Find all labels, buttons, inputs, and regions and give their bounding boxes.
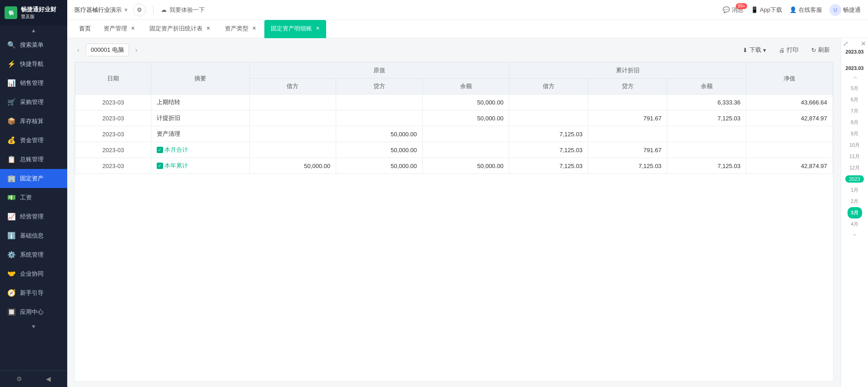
table-row: 2023-03 ✓本年累计 50,000.00 50,000.00 50,000… xyxy=(75,158,833,174)
refresh-button[interactable]: ↻ 刷新 xyxy=(808,44,833,56)
topbar-divider xyxy=(153,5,154,15)
refresh-label: 刷新 xyxy=(818,46,830,54)
logo-icon: 畅 xyxy=(5,6,17,19)
experience-label: 我要体验一下 xyxy=(169,6,205,14)
cell-net-value: 42,874.97 xyxy=(746,158,833,174)
timeline-month-11[interactable]: 11月 xyxy=(841,151,868,162)
timeline-month-7[interactable]: 7月 xyxy=(841,105,868,117)
company-selector[interactable]: 医疗器械行业演示 ▾ xyxy=(74,6,128,14)
col-accumulated-dep: 累计折旧 xyxy=(509,63,746,79)
timeline-month-12[interactable]: 12月 xyxy=(841,162,868,174)
sidebar-scroll-up[interactable]: ▲ xyxy=(0,25,67,35)
cell-dep-debit xyxy=(509,94,588,110)
cell-summary: 上期结转 xyxy=(151,94,249,110)
cell-net-value: 42,874.97 xyxy=(746,110,833,126)
cell-dep-debit xyxy=(509,110,588,126)
logo-name: 畅捷通好业财 xyxy=(21,5,56,14)
timeline-month-1[interactable]: 1月 xyxy=(841,184,868,196)
print-button[interactable]: 🖨 打印 xyxy=(775,44,802,56)
search-icon: 🔍 xyxy=(7,41,15,49)
sidebar-item-system[interactable]: ⚙️ 系统管理 xyxy=(0,245,67,264)
sidebar-item-ledger[interactable]: 📋 总账管理 xyxy=(0,150,67,169)
timeline-month-8[interactable]: 8月 xyxy=(841,117,868,128)
sidebar-item-basic-info[interactable]: ℹ️ 基础信息 xyxy=(0,226,67,245)
message-badge: 99+ xyxy=(736,3,747,9)
settings-bottom-button[interactable]: ⚙ xyxy=(16,375,22,382)
tab-asset-mgmt[interactable]: 资产管理 ✕ xyxy=(97,20,141,38)
timeline-month-10[interactable]: 10月 xyxy=(841,139,868,151)
customer-service-button[interactable]: 👤 在线客服 xyxy=(789,6,822,14)
timeline-month-5[interactable]: 5月 xyxy=(841,83,868,94)
sidebar-item-app-center[interactable]: 🔲 应用中心 xyxy=(0,303,67,322)
asset-prev-button[interactable]: ‹ xyxy=(74,45,82,55)
sales-icon: 📊 xyxy=(7,79,15,87)
sidebar-item-search[interactable]: 🔍 搜索菜单 xyxy=(0,35,67,55)
tab-asset-detail[interactable]: 固定资产明细账 ✕ xyxy=(264,20,326,38)
tab-asset-mgmt-label: 资产管理 xyxy=(104,25,127,33)
sidebar-item-guide[interactable]: 🧭 新手引导 xyxy=(0,283,67,303)
sidebar-item-label: 新手引导 xyxy=(20,289,44,297)
sidebar-logo: 畅 畅捷通好业财 普及版 xyxy=(0,0,67,25)
cell-summary: 计提折旧 xyxy=(151,110,249,126)
cell-orig-credit xyxy=(336,110,423,126)
tab-asset-type[interactable]: 资产类型 ✕ xyxy=(218,20,263,38)
collapse-sidebar-button[interactable]: ◀ xyxy=(46,375,51,382)
timeline-close-button[interactable]: ✕ xyxy=(861,40,866,47)
sidebar-item-capital[interactable]: 💰 资金管理 xyxy=(0,131,67,150)
sidebar-item-inventory[interactable]: 📦 库存核算 xyxy=(0,112,67,131)
sidebar-item-wages[interactable]: 💵 工资 xyxy=(0,188,67,207)
tab-home[interactable]: 首页 xyxy=(74,20,95,38)
table-row: 2023-03 上期结转 50,000.00 6,333.36 43,666.6… xyxy=(75,94,833,110)
col-dep-balance: 余额 xyxy=(667,79,746,94)
user-menu-button[interactable]: U 畅捷通 xyxy=(829,4,861,16)
asset-next-button[interactable]: › xyxy=(133,45,140,55)
purchase-icon: 🛒 xyxy=(7,98,15,106)
tab-depreciation-stats[interactable]: 固定资产折旧统计表 ✕ xyxy=(143,20,217,38)
timeline-month-6[interactable]: 6月 xyxy=(841,94,868,105)
topbar-settings-button[interactable]: ⚙ xyxy=(133,4,146,16)
sidebar-item-operations[interactable]: 📈 经营管理 xyxy=(0,207,67,226)
sidebar-item-purchase[interactable]: 🛒 采购管理 xyxy=(0,93,67,112)
timeline-month-4[interactable]: 4月 xyxy=(841,218,868,230)
quick-nav-icon: ⚡ xyxy=(7,60,15,68)
sidebar-item-sales[interactable]: 📊 销售管理 xyxy=(0,74,67,93)
cell-orig-credit: 50,000.00 xyxy=(336,126,423,142)
cell-orig-balance: 50,000.00 xyxy=(422,158,509,174)
app-download-button[interactable]: 📱 App下载 xyxy=(751,6,782,14)
sidebar-item-label: 企业协同 xyxy=(20,270,44,278)
tab-asset-type-close[interactable]: ✕ xyxy=(252,25,256,31)
col-original-value: 原值 xyxy=(249,63,509,79)
cell-orig-debit xyxy=(249,126,336,142)
topbar-right: 💬 消息 99+ 📱 App下载 👤 在线客服 U 畅捷通 xyxy=(723,4,861,16)
sidebar-item-enterprise[interactable]: 🤝 企业协同 xyxy=(0,264,67,283)
timeline-month-2[interactable]: 2月 xyxy=(841,196,868,207)
timeline-down-chevron[interactable]: › xyxy=(849,233,859,236)
tab-asset-detail-close[interactable]: ✕ xyxy=(316,25,320,31)
timeline-up-chevron[interactable]: › xyxy=(849,76,859,79)
tab-asset-mgmt-close[interactable]: ✕ xyxy=(131,25,135,31)
tab-depreciation-stats-close[interactable]: ✕ xyxy=(206,25,210,31)
cell-orig-credit xyxy=(336,94,423,110)
sidebar-item-fixed-assets[interactable]: 🏢 固定资产 xyxy=(0,169,67,188)
guide-icon: 🧭 xyxy=(7,289,15,297)
cell-date: 2023-03 xyxy=(75,126,151,142)
sidebar: 畅 畅捷通好业财 普及版 ▲ 🔍 搜索菜单 ⚡ 快捷导航 📊 销售管理 🛒 采购… xyxy=(0,0,67,387)
timeline-month-9[interactable]: 9月 xyxy=(841,128,868,139)
company-chevron-icon: ▾ xyxy=(124,6,128,13)
timeline-expand-button[interactable]: ⤢ xyxy=(843,40,848,47)
sidebar-item-quick-nav[interactable]: ⚡ 快捷导航 xyxy=(0,55,67,74)
col-dep-debit: 借方 xyxy=(509,79,588,94)
content-area: ‹ 000001 电脑 › ⬇ 下载 ▾ 🖨 打印 ↻ 刷新 xyxy=(67,38,868,387)
timeline-month-3[interactable]: 3月 xyxy=(848,207,862,218)
app-label: App下载 xyxy=(760,6,782,14)
col-summary: 摘要 xyxy=(151,63,249,94)
timeline-year-badge[interactable]: 2023 xyxy=(845,175,863,183)
topbar-experience-button[interactable]: ☁ 我要体验一下 xyxy=(161,6,205,14)
sidebar-scroll-down[interactable]: ▼ xyxy=(0,322,67,332)
main-area: 医疗器械行业演示 ▾ ⚙ ☁ 我要体验一下 💬 消息 99+ 📱 App下载 👤… xyxy=(67,0,868,387)
message-button[interactable]: 💬 消息 99+ xyxy=(723,6,744,14)
col-orig-balance: 余额 xyxy=(422,79,509,94)
cell-orig-credit: 50,000.00 xyxy=(336,142,423,158)
download-button[interactable]: ⬇ 下载 ▾ xyxy=(739,44,770,56)
cell-date: 2023-03 xyxy=(75,110,151,126)
